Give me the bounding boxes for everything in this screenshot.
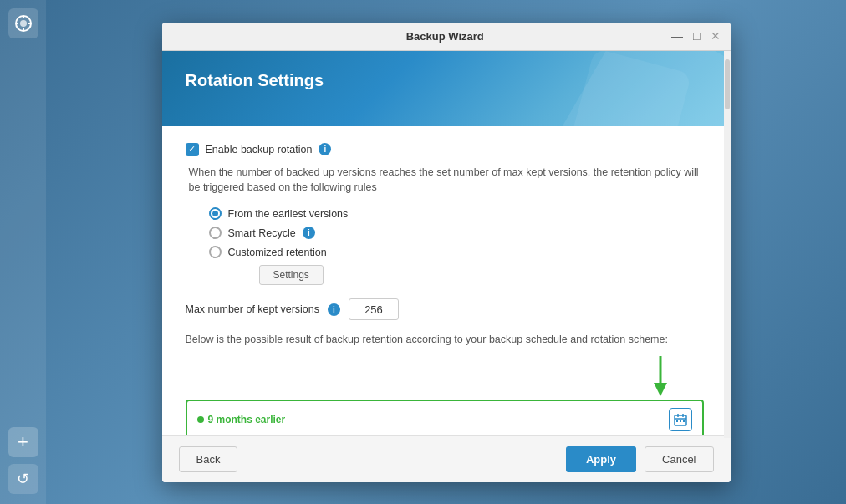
title-bar: Backup Wizard — □ ✕ (162, 23, 731, 51)
back-button[interactable]: Back (179, 446, 238, 472)
max-versions-info-icon[interactable]: i (328, 303, 340, 316)
max-versions-label: Max number of kept versions (186, 303, 320, 315)
footer-right: Apply Cancel (566, 446, 714, 472)
desktop: + ↺ Backup Wizard — □ ✕ Rotation Setting… (0, 0, 846, 504)
enable-rotation-row: ✓ Enable backup rotation i (186, 143, 704, 156)
maximize-button[interactable]: □ (691, 29, 701, 43)
enable-rotation-info-icon[interactable]: i (319, 143, 331, 155)
svg-rect-13 (680, 420, 681, 422)
svg-rect-14 (683, 420, 685, 422)
add-icon[interactable]: + (8, 427, 38, 457)
radio-smart-recycle[interactable]: Smart Recycle i (209, 227, 704, 239)
apply-button[interactable]: Apply (566, 446, 636, 472)
settings-row: Settings (209, 265, 704, 285)
timeline-dot (197, 416, 204, 423)
calendar-icon-button[interactable] (669, 408, 692, 431)
minimize-button[interactable]: — (670, 29, 685, 43)
radio-customized-label: Customized retention (228, 247, 327, 258)
content-scroll-area[interactable]: ✓ Enable backup rotation i When the numb… (162, 126, 731, 435)
timeline-box: 9 months earlier (186, 400, 704, 435)
enable-rotation-label: Enable backup rotation (206, 144, 313, 155)
content-area: ✓ Enable backup rotation i When the numb… (162, 126, 727, 435)
radio-group: From the earliest versions Smart Recycle… (186, 207, 704, 285)
radio-smart-recycle-btn[interactable] (209, 227, 222, 239)
timeline-label-text: 9 months earlier (208, 414, 286, 425)
radio-from-earliest-btn[interactable] (209, 207, 222, 220)
settings-button[interactable]: Settings (259, 265, 324, 285)
max-versions-input[interactable] (349, 298, 399, 320)
rotation-description: When the number of backed up versions re… (186, 165, 704, 196)
scrollbar-track[interactable] (724, 51, 731, 438)
window-title: Backup Wizard (221, 30, 670, 43)
cancel-button[interactable]: Cancel (645, 446, 713, 472)
arrow-container (186, 356, 704, 398)
taskbar-left: + ↺ (0, 0, 46, 504)
smart-recycle-info-icon[interactable]: i (303, 227, 315, 239)
svg-rect-12 (676, 420, 678, 422)
footer: Back Apply Cancel (162, 435, 731, 482)
svg-marker-7 (654, 383, 667, 396)
radio-customized[interactable]: Customized retention (209, 246, 704, 258)
app-icon[interactable] (8, 8, 38, 38)
radio-customized-btn[interactable] (209, 246, 222, 258)
header-title: Rotation Settings (186, 71, 707, 90)
window-controls: — □ ✕ (670, 29, 721, 43)
history-icon[interactable]: ↺ (8, 464, 38, 494)
timeline-label: 9 months earlier (197, 414, 286, 425)
footer-left: Back (179, 446, 238, 472)
header-banner: Rotation Settings (162, 51, 731, 126)
scrollbar-thumb[interactable] (725, 59, 730, 109)
below-description: Below is the possible result of backup r… (186, 332, 704, 348)
radio-from-earliest[interactable]: From the earliest versions (209, 207, 704, 220)
close-button[interactable]: ✕ (709, 29, 722, 43)
backup-wizard-window: Backup Wizard — □ ✕ Rotation Settings ✓ … (162, 23, 731, 482)
timeline-header: 9 months earlier (197, 408, 692, 431)
max-versions-row: Max number of kept versions i (186, 298, 704, 320)
calendar-icon (674, 413, 687, 426)
radio-from-earliest-label: From the earliest versions (228, 208, 349, 220)
radio-smart-recycle-label: Smart Recycle (228, 227, 296, 239)
down-arrow-icon (650, 356, 670, 398)
svg-point-1 (20, 20, 27, 27)
enable-rotation-checkbox[interactable]: ✓ (186, 143, 199, 156)
taskbar-bottom: + ↺ (0, 427, 46, 494)
